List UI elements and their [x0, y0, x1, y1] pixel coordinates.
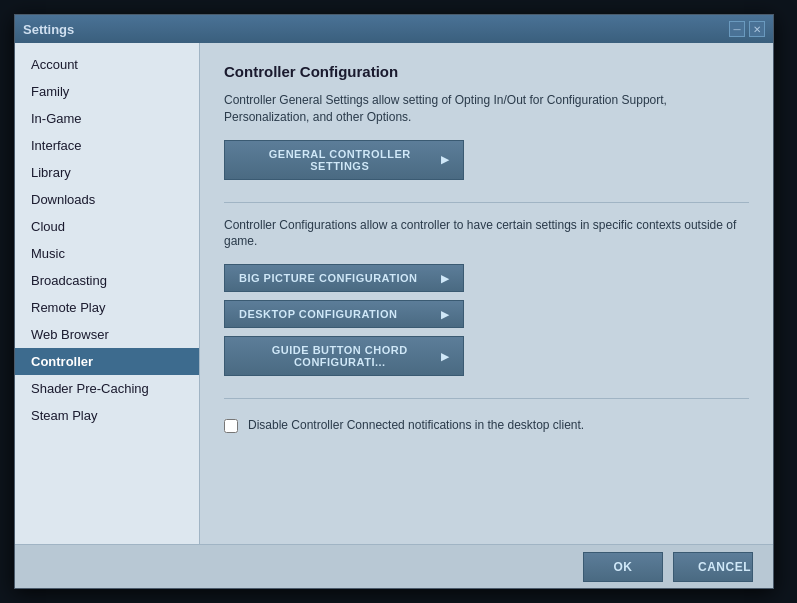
- disable-notifications-label: Disable Controller Connected notificatio…: [248, 417, 584, 434]
- title-bar: Settings ─ ✕: [15, 15, 773, 43]
- sidebar-item-cloud[interactable]: Cloud: [15, 213, 199, 240]
- sidebar-item-family[interactable]: Family: [15, 78, 199, 105]
- main-panel: Controller Configuration Controller Gene…: [200, 43, 773, 544]
- close-button[interactable]: ✕: [749, 21, 765, 37]
- sidebar-item-account[interactable]: Account: [15, 51, 199, 78]
- sidebar-item-downloads[interactable]: Downloads: [15, 186, 199, 213]
- title-bar-controls: ─ ✕: [729, 21, 765, 37]
- context-desc: Controller Configurations allow a contro…: [224, 217, 749, 251]
- general-controller-settings-button[interactable]: GENERAL CONTROLLER SETTINGS ▶: [224, 140, 464, 180]
- ok-button[interactable]: OK: [583, 552, 663, 582]
- arrow-icon-3: ▶: [441, 309, 450, 320]
- arrow-icon: ▶: [441, 154, 450, 165]
- settings-window: Settings ─ ✕ Account Family In-Game Inte…: [14, 14, 774, 589]
- cancel-button[interactable]: CANCEL: [673, 552, 753, 582]
- guide-button-chord-button[interactable]: GUIDE BUTTON CHORD CONFIGURATI... ▶: [224, 336, 464, 376]
- disable-notifications-checkbox[interactable]: [224, 419, 238, 433]
- big-picture-configuration-button[interactable]: BIG PICTURE CONFIGURATION ▶: [224, 264, 464, 292]
- sidebar-item-shader-pre-caching[interactable]: Shader Pre-Caching: [15, 375, 199, 402]
- sidebar-item-music[interactable]: Music: [15, 240, 199, 267]
- sidebar: Account Family In-Game Interface Library…: [15, 43, 200, 544]
- sidebar-item-web-browser[interactable]: Web Browser: [15, 321, 199, 348]
- sidebar-item-remote-play[interactable]: Remote Play: [15, 294, 199, 321]
- sidebar-item-controller[interactable]: Controller: [15, 348, 199, 375]
- sidebar-item-in-game[interactable]: In-Game: [15, 105, 199, 132]
- sidebar-item-steam-play[interactable]: Steam Play: [15, 402, 199, 429]
- sidebar-item-library[interactable]: Library: [15, 159, 199, 186]
- disable-notifications-row: Disable Controller Connected notificatio…: [224, 417, 749, 434]
- general-desc: Controller General Settings allow settin…: [224, 92, 749, 126]
- footer: OK CANCEL: [15, 544, 773, 588]
- window-title: Settings: [23, 22, 74, 37]
- divider-1: [224, 202, 749, 203]
- arrow-icon-2: ▶: [441, 273, 450, 284]
- section-title: Controller Configuration: [224, 63, 749, 80]
- sidebar-item-interface[interactable]: Interface: [15, 132, 199, 159]
- arrow-icon-4: ▶: [441, 351, 450, 362]
- content-area: Account Family In-Game Interface Library…: [15, 43, 773, 544]
- desktop-configuration-button[interactable]: DESKTOP CONFIGURATION ▶: [224, 300, 464, 328]
- divider-2: [224, 398, 749, 399]
- minimize-button[interactable]: ─: [729, 21, 745, 37]
- sidebar-item-broadcasting[interactable]: Broadcasting: [15, 267, 199, 294]
